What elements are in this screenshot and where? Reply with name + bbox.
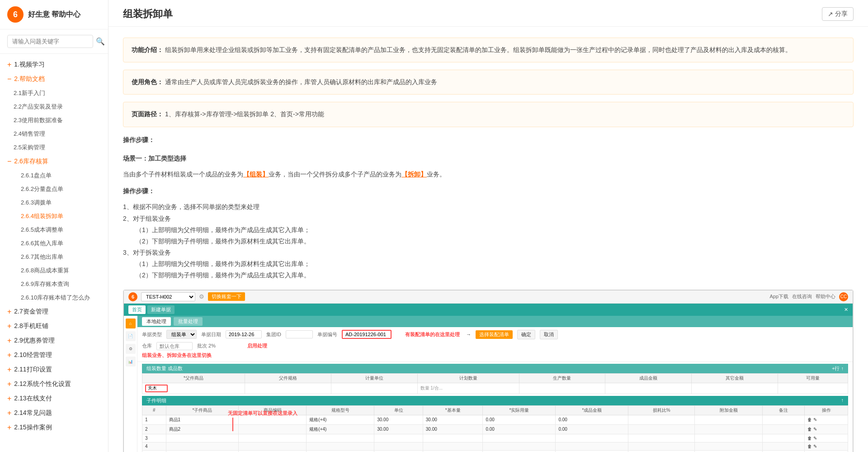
sidebar-item-2-6-2[interactable]: 2.6.2分量盘点单 bbox=[0, 182, 108, 196]
sidebar-item-2-6-8[interactable]: 2.6.8商品成本重算 bbox=[0, 264, 108, 277]
expand-icon-2-8: + bbox=[7, 322, 11, 330]
parent-goods-input[interactable] bbox=[145, 385, 168, 392]
add-row-btn[interactable]: +行 ↑ bbox=[832, 365, 844, 372]
lower-table-row-2: 2 商品2 规格(+4) 30.00 30.00 0.00 0.00 bbox=[142, 424, 848, 434]
sidebar-item-2-3[interactable]: 2.3使用前数据准备 bbox=[0, 114, 108, 127]
app-screenshot: 6 TEST-H002 ⚙ 切换账套一下 App下载 在线咨询 帮助中心 CC bbox=[123, 290, 853, 452]
expand-icon-2-11: + bbox=[7, 366, 11, 374]
sidebar-item-2-1[interactable]: 2.1新手入门 bbox=[0, 86, 108, 100]
sidebar-item-2-15[interactable]: + 2.15操作案例 bbox=[0, 420, 108, 435]
app-nav-header: 首页 新建单据 ✕ bbox=[124, 304, 853, 316]
lower-table-row-1: 1 商品1 规格(+4) 30.00 30.00 0.00 0.00 bbox=[142, 415, 848, 424]
function-intro-block: 功能介绍： 组装拆卸单用来处理企业组装或拆卸等加工业务，支持有固定装配清单的产品… bbox=[123, 38, 854, 62]
sidebar-report-icon[interactable]: 📊 bbox=[126, 357, 136, 366]
sidebar-item-2-2[interactable]: 2.2产品安装及登录 bbox=[0, 100, 108, 114]
sidebar-item-2-6-3[interactable]: 2.6.3调拨单 bbox=[0, 196, 108, 209]
user-avatar: CC bbox=[839, 292, 848, 301]
group-input[interactable] bbox=[286, 330, 313, 338]
sidebar-item-2-6-1[interactable]: 2.6.1盘点单 bbox=[0, 169, 108, 182]
table-row: 数量 1/合... bbox=[142, 383, 848, 394]
annotation-switch: 组装业务、拆卸业务在这里切换 bbox=[142, 352, 212, 359]
warehouse-label: 仓库 bbox=[142, 343, 152, 349]
batch-process-tab[interactable]: 批量处理 bbox=[174, 317, 203, 326]
sidebar-item-2-6-6[interactable]: 2.6.6其他入库单 bbox=[0, 237, 108, 250]
col-base-qty: *基本量 bbox=[423, 405, 483, 415]
lower-table: # *子件商品 商品编码 规格型号 单位 *基本量 *实际用量 *成品金额 损耗 bbox=[142, 405, 848, 452]
col-other-amt: 其它金额 bbox=[692, 373, 778, 383]
logo-text: 好生意 帮助中心 bbox=[28, 10, 80, 19]
scenario1-desc: 当由多个子件材料组装成一个成品的业务为【组装】业务，当由一个父件拆分成多个子产品… bbox=[123, 169, 854, 180]
local-process-tab[interactable]: 本地处理 bbox=[142, 317, 171, 326]
expand-icon-2-12: + bbox=[7, 380, 11, 388]
assembly-list-btn[interactable]: 选择装配清单 bbox=[476, 330, 513, 339]
sidebar-item-2-10[interactable]: + 2.10经营管理 bbox=[0, 348, 108, 362]
path-label: 页面路径： bbox=[132, 110, 163, 118]
sidebar-item-2-4[interactable]: 2.4销售管理 bbox=[0, 127, 108, 141]
sidebar-item-2-11[interactable]: + 2.11打印设置 bbox=[0, 362, 108, 377]
process-toolbar: 本地处理 批量处理 bbox=[137, 316, 853, 327]
app-left-sidebar: ⌂ 📄 ⚙ 📊 bbox=[124, 316, 137, 452]
online-consult-link[interactable]: 在线咨询 bbox=[792, 293, 812, 300]
step3-sub2: （2）下部明细为子件明细，最终作为产成品生成其它入库单。 bbox=[136, 270, 854, 281]
switch-account-btn[interactable]: 切换账套一下 bbox=[208, 292, 245, 301]
zuzhuang-link[interactable]: 【组装】 bbox=[243, 171, 269, 178]
doc-type-label: 单据类型 bbox=[142, 331, 162, 338]
cancel-btn[interactable]: 取消 bbox=[540, 330, 558, 339]
path-text: 1、库存核算->库存管理->组装拆卸单 2、首页->常用功能 bbox=[165, 110, 324, 118]
sidebar-home-icon[interactable]: ⌂ bbox=[126, 319, 136, 328]
confirm-btn[interactable]: 确定 bbox=[517, 330, 535, 339]
sidebar-item-1[interactable]: + 1.视频学习 bbox=[0, 57, 108, 72]
app-download-link[interactable]: App下载 bbox=[769, 293, 788, 300]
close-icon[interactable]: ✕ bbox=[844, 307, 848, 313]
sidebar-item-2-6-5[interactable]: 2.6.5成本调整单 bbox=[0, 223, 108, 237]
steps-list: 1、根据不同的业务，选择不同单据的类型来处理 2、对于组装业务 （1）上部明细为… bbox=[123, 201, 854, 281]
step1: 1、根据不同的业务，选择不同单据的类型来处理 bbox=[123, 201, 854, 213]
form-row2: 仓库 批次 2% 启用处理 bbox=[142, 342, 848, 350]
lower-add-row-btn[interactable]: ↑ bbox=[841, 397, 844, 404]
settings-icon: ⚙ bbox=[199, 293, 204, 300]
col-plan-qty: 计划数量 bbox=[417, 373, 519, 383]
warehouse-input[interactable] bbox=[156, 342, 193, 350]
col-prod-amt: 成品金额 bbox=[605, 373, 692, 383]
sidebar-settings-icon[interactable]: ⚙ bbox=[126, 344, 136, 354]
col-prod-qty: 生产数量 bbox=[519, 373, 605, 383]
sidebar-item-2-13[interactable]: + 2.13在线支付 bbox=[0, 391, 108, 406]
doc-type-select[interactable]: 组装单 拆卸单 bbox=[166, 330, 197, 339]
search-icon[interactable]: 🔍 bbox=[96, 37, 105, 46]
step2-sub1: （1）上部明细为父件明细，最终作为产成品生成其它入库单； bbox=[136, 224, 854, 236]
sidebar-item-2-9[interactable]: + 2.9优惠券管理 bbox=[0, 333, 108, 348]
sidebar-item-2-6[interactable]: − 2.6库存核算 bbox=[0, 154, 108, 169]
sidebar-item-2-5[interactable]: 2.5采购管理 bbox=[0, 141, 108, 154]
logo-icon: 6 bbox=[7, 6, 24, 23]
col-unit: 计量单位 bbox=[331, 373, 417, 383]
main-content-area: 组装拆卸单 ↗ 分享 功能介绍： 组装拆卸单用来处理企业组装或拆卸等加工业务，支… bbox=[108, 0, 868, 452]
sidebar-item-2-6-10[interactable]: 2.6.10库存账本错了怎么办 bbox=[0, 291, 108, 305]
chaichao-link[interactable]: 【拆卸】 bbox=[401, 171, 427, 178]
sidebar-item-2-7[interactable]: + 2.7资金管理 bbox=[0, 305, 108, 319]
sidebar-item-2-6-4[interactable]: 2.6.4组装拆卸单 bbox=[0, 209, 108, 223]
expand-icon-2-13: + bbox=[7, 395, 11, 403]
share-button[interactable]: ↗ 分享 bbox=[822, 7, 854, 21]
tab-new-doc[interactable]: 新建单据 bbox=[147, 305, 175, 314]
doc-no-input[interactable] bbox=[342, 330, 392, 339]
date-input[interactable] bbox=[226, 330, 262, 338]
date-label: 单据日期 bbox=[201, 331, 221, 338]
col-spec: 规格型号 bbox=[307, 405, 374, 415]
sidebar-item-2[interactable]: − 2.帮助文档 bbox=[0, 72, 108, 86]
sidebar-doc-icon[interactable]: 📄 bbox=[126, 331, 136, 341]
function-intro-text: 组装拆卸单用来处理企业组装或拆卸等加工业务，支持有固定装配清单的产品加工业务，也… bbox=[165, 46, 792, 53]
sidebar-item-2-6-9[interactable]: 2.6.9库存账本查询 bbox=[0, 277, 108, 291]
help-link[interactable]: 帮助中心 bbox=[816, 293, 835, 300]
sidebar-item-2-14[interactable]: + 2.14常见问题 bbox=[0, 406, 108, 420]
role-label: 使用角色： bbox=[132, 78, 163, 86]
sidebar-item-2-6-7[interactable]: 2.6.7其他出库单 bbox=[0, 250, 108, 264]
tab-home[interactable]: 首页 bbox=[128, 305, 146, 314]
company-select[interactable]: TEST-H002 bbox=[141, 292, 195, 301]
collapse-icon-2-6: − bbox=[7, 157, 11, 166]
sidebar-item-2-12[interactable]: + 2.12系统个性化设置 bbox=[0, 377, 108, 391]
logo-area: 6 好生意 帮助中心 bbox=[0, 0, 108, 29]
app-content-area: ⌂ 📄 ⚙ 📊 本地处理 批量处理 bbox=[124, 316, 853, 452]
search-input[interactable] bbox=[7, 35, 93, 48]
sidebar-item-2-8[interactable]: + 2.8手机旺铺 bbox=[0, 319, 108, 333]
expand-icon-2-10: + bbox=[7, 351, 11, 359]
